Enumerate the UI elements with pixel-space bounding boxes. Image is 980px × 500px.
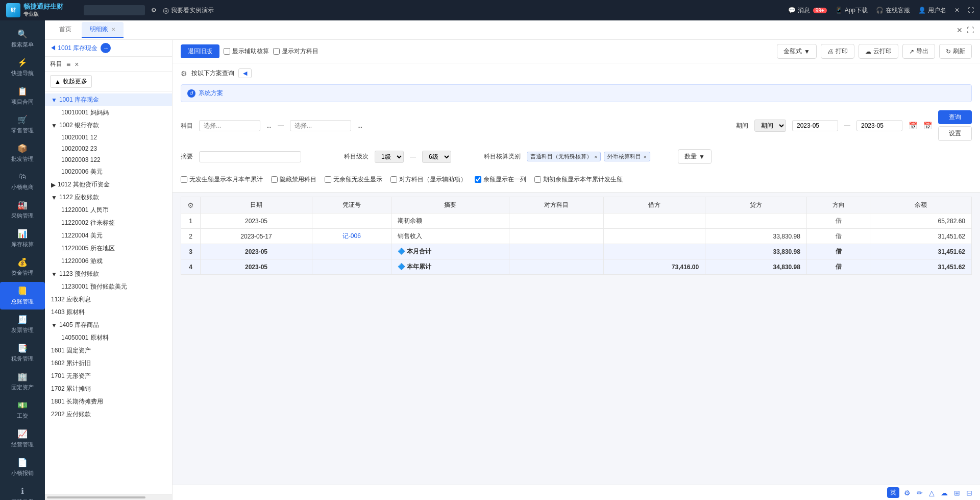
status-grid-btn[interactable]: ⊞ [952,489,962,497]
tag-close-normal[interactable]: × [594,154,597,160]
settings-btn[interactable]: ⚙ [151,7,157,14]
opposite-subject-checkbox[interactable]: 对方科目（显示辅助项） [390,175,467,184]
tab-close-all-btn[interactable]: ✕ [957,26,963,34]
sidebar-item-ecommerce[interactable]: 🛍 小畅电商 [0,168,45,195]
show-aux-input[interactable] [224,48,230,55]
period-calendar-end-btn[interactable]: 📅 [923,122,932,130]
no-occur-checkbox[interactable]: 无发生额显示本月本年累计 [181,175,263,184]
query-btn[interactable]: 查询 [938,110,972,124]
query-collapse-btn[interactable]: ◀ [238,68,252,78]
opposite-subject-input[interactable] [390,176,397,183]
subject-level-end-select[interactable]: 6级 [422,151,451,163]
tree-node-10020006[interactable]: 10020006 美元 [45,165,172,178]
window-maximize-btn[interactable]: ⛶ [968,7,974,14]
print-btn[interactable]: 🖨 打印 [821,44,854,59]
tree-node-1123[interactable]: ▼ 1123 预付账款 [45,268,172,280]
tree-node-10020001[interactable]: 10020001 12 [45,132,172,143]
sidebar-item-search-menu[interactable]: 🔍 搜索菜单 [0,25,45,53]
window-close-btn[interactable]: ✕ [954,7,960,14]
quantity-btn[interactable]: 数量 ▼ [678,149,712,164]
hide-disabled-input[interactable] [271,176,278,183]
online-service-btn[interactable]: 🎧 在线客服 [876,6,910,15]
subject-end-input[interactable] [290,120,351,131]
status-lang-btn[interactable]: 英 [887,487,899,498]
tree-node-1122[interactable]: ▼ 1122 应收账款 [45,191,172,204]
status-minus-btn[interactable]: ⊟ [965,489,974,497]
sidebar-item-tax[interactable]: 📑 税务管理 [0,339,45,367]
tree-node-14050001[interactable]: 14050001 原材料 [45,331,172,344]
tree-node-1001[interactable]: ▼ 1001 库存现金 [45,93,172,106]
tree-node-1801[interactable]: 1801 长期待摊费用 [45,395,172,408]
app-download-btn[interactable]: 📱 App下载 [835,6,868,15]
status-cloud-btn[interactable]: ☁ [939,489,949,497]
tree-node-1403[interactable]: 1403 原材料 [45,306,172,319]
tree-node-11220001[interactable]: 11220001 人民币 [45,204,172,217]
tree-node-2202[interactable]: 2202 应付账款 [45,408,172,421]
scheme-tag[interactable]: ↺ 系统方案 [187,89,223,98]
no-occur-input[interactable] [181,176,187,183]
balance-one-col-checkbox[interactable]: 余额显示在一列 [475,175,526,184]
tree-filter-list-btn[interactable]: ≡ [66,60,70,68]
tree-node-1012[interactable]: ▶ 1012 其他货币资金 [45,178,172,191]
tree-node-1132[interactable]: 1132 应收利息 [45,293,172,306]
sidebar-item-purchase[interactable]: 🏭 采购管理 [0,196,45,224]
tree-scroll-thumb[interactable] [47,496,145,498]
sidebar-item-ledger[interactable]: 📒 总账管理 [0,282,45,309]
tree-node-1002[interactable]: ▼ 1002 银行存款 [45,119,172,132]
tree-node-1405[interactable]: ▼ 1405 库存商品 [45,319,172,331]
query-settings-icon[interactable]: ⚙ [181,69,187,78]
tree-expand-btn[interactable]: ▲ 收起更多 [50,75,92,88]
sidebar-item-wholesale[interactable]: 📦 批发管理 [0,139,45,167]
balance-one-col-input[interactable] [475,176,481,183]
tree-node-1602[interactable]: 1602 累计折旧 [45,357,172,370]
sidebar-item-quick-nav[interactable]: ⚡ 快捷导航 [0,54,45,81]
tree-node-1702[interactable]: 1702 累计摊销 [45,383,172,395]
subject-level-start-select[interactable]: 1级 [375,151,404,163]
no-balance-checkbox[interactable]: 无余额无发生显示 [325,175,382,184]
tag-close-foreign[interactable]: × [643,154,646,160]
status-settings-btn[interactable]: ⚙ [902,489,912,497]
tree-node-10020002[interactable]: 10020002 23 [45,143,172,154]
demo-btn[interactable]: ◎ 我要看实例演示 [163,6,214,15]
tree-header-selected[interactable]: ◀ 1001 库存现金 [50,44,97,53]
show-opposite-input[interactable] [273,48,280,55]
tree-node-10020003[interactable]: 10020003 122 [45,154,172,165]
tree-node-1701[interactable]: 1701 无形资产 [45,370,172,383]
refresh-btn[interactable]: ↻ 刷新 [939,44,972,59]
init-balance-checkbox[interactable]: 期初余额显示本年累计发生额 [534,175,623,184]
tab-detail[interactable]: 明细账 ✕ [82,22,124,38]
status-alert-btn[interactable]: △ [927,489,936,497]
user-avatar[interactable]: 👤 用户名 [918,6,946,15]
period-end-input[interactable] [856,120,902,131]
sidebar-item-capital[interactable]: 💰 资金管理 [0,253,45,281]
sidebar-item-operations[interactable]: 📈 经营管理 [0,425,45,453]
hide-disabled-checkbox[interactable]: 隐藏禁用科目 [271,175,316,184]
show-aux-checkbox[interactable]: 显示辅助核算 [224,47,269,56]
tab-detail-close[interactable]: ✕ [111,27,115,32]
tree-navigate-btn[interactable]: → [101,43,111,53]
message-btn[interactable]: 💬 消息 99+ [788,6,827,15]
sidebar-item-basic-info[interactable]: ℹ 基础信息 [0,482,45,500]
tree-node-11220004[interactable]: 11220004 美元 [45,229,172,242]
sidebar-item-fixed-assets[interactable]: 🏢 固定资产 [0,368,45,395]
period-type-select[interactable]: 期间 [754,120,786,132]
period-start-input[interactable] [792,120,838,131]
search-input[interactable] [84,5,145,15]
sidebar-item-project[interactable]: 📋 项目合同 [0,82,45,110]
tree-node-11220005[interactable]: 11220005 所在地区 [45,242,172,255]
tree-node-11220006[interactable]: 11220006 游戏 [45,255,172,268]
amount-style-btn[interactable]: 金额式 ▼ [777,44,817,59]
status-edit-btn[interactable]: ✏ [915,489,924,497]
sidebar-item-invoice[interactable]: 🧾 发票管理 [0,311,45,338]
tab-home[interactable]: 首页 [51,22,80,38]
back-old-version-btn[interactable]: 退回旧版 [181,44,219,58]
settings-btn-2[interactable]: 设置 [938,126,972,141]
period-calendar-start-btn[interactable]: 📅 [909,122,917,130]
subject-start-input[interactable] [199,120,260,131]
show-opposite-checkbox[interactable]: 显示对方科目 [273,47,318,56]
tree-filter-clear-btn[interactable]: × [75,60,79,68]
no-balance-input[interactable] [325,176,331,183]
tree-node-1601[interactable]: 1601 固定资产 [45,344,172,357]
tree-node-10010001[interactable]: 10010001 妈妈妈 [45,106,172,119]
voucher-link-2[interactable]: 记-006 [342,232,361,240]
